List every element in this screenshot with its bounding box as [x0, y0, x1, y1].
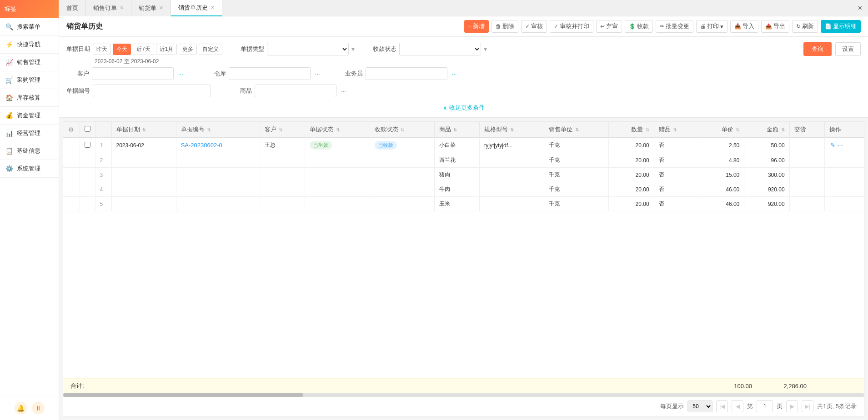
query-button[interactable]: 查询 — [803, 42, 832, 56]
sidebar-item-operations[interactable]: 📊 经营管理 — [0, 125, 59, 142]
td-doc-no[interactable]: SA-20230602-0 — [176, 138, 260, 153]
sort-gift-icon[interactable]: ⇅ — [673, 127, 677, 132]
td-actions[interactable]: ✎⋯ — [824, 138, 864, 153]
per-page-select[interactable]: 50 100 200 — [687, 400, 712, 412]
customer-dots-btn[interactable]: ··· — [176, 70, 185, 77]
td-doc-no[interactable] — [176, 182, 260, 197]
sidebar-item-sales-mgmt[interactable]: 📈 销售管理 — [0, 54, 59, 71]
last-page-btn[interactable]: ▶| — [802, 400, 813, 412]
tab-sales-order-close[interactable]: ✕ — [120, 5, 124, 11]
export-button[interactable]: 📤 导出 — [761, 20, 789, 33]
date-today-btn[interactable]: 今天 — [113, 44, 131, 55]
goods-dots-btn[interactable]: ··· — [339, 88, 348, 95]
th-doc-status[interactable]: 单据状态 ⇅ — [305, 122, 370, 138]
th-goods[interactable]: 商品 ⇅ — [434, 122, 479, 138]
column-settings-icon[interactable]: ⚙ — [68, 126, 74, 133]
td-doc-no[interactable] — [176, 197, 260, 211]
warehouse-input[interactable] — [229, 67, 311, 80]
first-page-btn[interactable]: |◀ — [716, 400, 728, 412]
tab-sales-history-close[interactable]: ✕ — [211, 5, 215, 10]
tab-close-all-btn[interactable]: ✕ — [852, 0, 868, 16]
sidebar-item-purchase-mgmt[interactable]: 🛒 采购管理 — [0, 71, 59, 89]
sort-qty-icon[interactable]: ⇅ — [646, 127, 649, 132]
tab-home[interactable]: 首页 — [59, 0, 86, 16]
td-actions[interactable] — [824, 182, 864, 197]
pay-status-dropdown-icon[interactable]: ▾ — [484, 45, 487, 53]
sidebar-item-quick-nav[interactable]: ⚡ 快捷导航 — [0, 36, 59, 54]
sort-doc-date-icon[interactable]: ⇅ — [142, 127, 146, 132]
td-checkbox[interactable] — [80, 197, 95, 211]
th-spec[interactable]: 规格型号 ⇅ — [480, 122, 544, 138]
abandon-button[interactable]: ↩ 弃审 — [596, 20, 622, 33]
doc-type-dropdown-icon[interactable]: ▾ — [351, 45, 355, 53]
date-1month-btn[interactable]: 近1月 — [156, 44, 177, 55]
td-doc-no[interactable] — [176, 153, 260, 168]
batch-change-button[interactable]: ✏ 批量变更 — [656, 20, 693, 33]
th-checkbox[interactable] — [80, 122, 95, 138]
notification-btn[interactable]: 🔔 — [15, 402, 27, 415]
more-action-btn[interactable]: ⋯ — [836, 142, 844, 149]
th-settings[interactable]: ⚙ — [63, 122, 80, 138]
th-gift[interactable]: 赠品 ⇅ — [654, 122, 699, 138]
select-all-checkbox[interactable] — [85, 126, 90, 132]
pause-btn[interactable]: ⏸ — [32, 402, 45, 415]
prev-page-btn[interactable]: ◀ — [732, 400, 743, 412]
collect-button[interactable]: 💲 收款 — [625, 20, 653, 33]
td-checkbox[interactable] — [80, 182, 95, 197]
add-button[interactable]: + 新增 — [464, 20, 489, 33]
scroll-bar-thumb[interactable] — [63, 393, 303, 397]
sort-doc-status-icon[interactable]: ⇅ — [336, 127, 340, 132]
sort-spec-icon[interactable]: ⇅ — [510, 127, 514, 132]
settings-button[interactable]: 设置 — [835, 42, 861, 56]
sidebar-item-system[interactable]: ⚙️ 系统管理 — [0, 160, 59, 178]
th-unit-price[interactable]: 单价 ⇅ — [699, 122, 744, 138]
sort-unit-price-icon[interactable]: ⇅ — [736, 127, 739, 132]
scroll-bar-track[interactable] — [63, 393, 864, 397]
th-pay-status[interactable]: 收款状态 ⇅ — [370, 122, 434, 138]
sidebar-item-finance[interactable]: 💰 资金管理 — [0, 107, 59, 125]
sort-doc-no-icon[interactable]: ⇅ — [207, 127, 211, 132]
refresh-button[interactable]: ↻ 刷新 — [792, 20, 818, 33]
scroll-bar-area[interactable] — [63, 393, 864, 396]
import-button[interactable]: 📥 导入 — [730, 20, 758, 33]
collapse-btn[interactable]: ∧ 收起更多条件 — [66, 102, 861, 114]
th-doc-date[interactable]: 单据日期 ⇅ — [111, 122, 176, 138]
td-actions[interactable] — [824, 197, 864, 211]
td-actions[interactable] — [824, 153, 864, 168]
doc-no-input[interactable] — [93, 85, 211, 97]
th-doc-no[interactable]: 单据编号 ⇅ — [176, 122, 260, 138]
date-yesterday-btn[interactable]: 昨天 — [93, 44, 111, 55]
sidebar-item-inventory[interactable]: 🏠 库存核算 — [0, 89, 59, 107]
delete-button[interactable]: 🗑 删除 — [492, 20, 518, 33]
page-number-input[interactable] — [757, 400, 773, 412]
th-amount[interactable]: 金额 ⇅ — [744, 122, 789, 138]
print-button[interactable]: 🖨 打印 ▾ — [696, 20, 728, 33]
tab-sales-delivery[interactable]: 销货单 ✕ — [131, 0, 171, 16]
sidebar-item-search-menu[interactable]: 🔍 搜索菜单 — [0, 18, 59, 36]
td-doc-no[interactable] — [176, 168, 260, 182]
tab-sales-delivery-close[interactable]: ✕ — [159, 5, 163, 11]
table-scroll-container[interactable]: ⚙ 单据日期 ⇅ 单据编号 — [63, 122, 864, 379]
edit-action-btn[interactable]: ✎ — [829, 142, 836, 149]
td-checkbox[interactable] — [80, 168, 95, 182]
doc-no-link[interactable]: SA-20230602-0 — [181, 142, 222, 149]
date-custom-btn[interactable]: 自定义 — [199, 44, 222, 55]
customer-input[interactable] — [92, 67, 174, 80]
th-customer[interactable]: 客户 ⇅ — [260, 122, 305, 138]
sidebar-item-basic-info[interactable]: 📋 基础信息 — [0, 142, 59, 160]
sort-amount-icon[interactable]: ⇅ — [781, 127, 785, 132]
sort-pay-status-icon[interactable]: ⇅ — [401, 127, 404, 132]
print-dropdown-icon[interactable]: ▾ — [720, 23, 723, 30]
td-actions[interactable] — [824, 168, 864, 182]
tab-sales-order[interactable]: 销售订单 ✕ — [86, 0, 131, 16]
pay-status-select[interactable] — [399, 43, 481, 55]
doc-type-select[interactable] — [267, 43, 349, 55]
goods-input[interactable] — [255, 85, 336, 97]
row-checkbox[interactable] — [85, 142, 90, 148]
display-details-button[interactable]: 📄 显示明细 — [821, 20, 861, 33]
sort-customer-icon[interactable]: ⇅ — [279, 127, 282, 132]
sort-goods-icon[interactable]: ⇅ — [453, 127, 457, 132]
sort-sales-unit-icon[interactable]: ⇅ — [575, 127, 579, 132]
business-dots-btn[interactable]: ··· — [450, 70, 459, 77]
next-page-btn[interactable]: ▶ — [786, 400, 798, 412]
